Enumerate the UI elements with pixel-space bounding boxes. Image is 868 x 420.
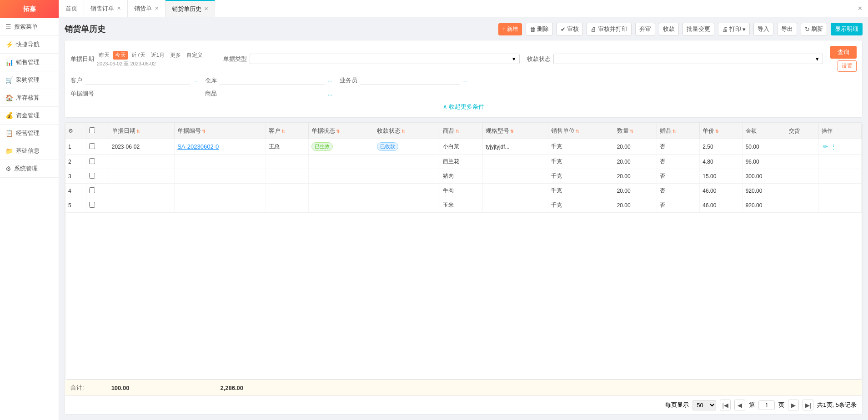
sidebar-item-basic-info[interactable]: 📁 基础信息 xyxy=(0,142,59,160)
customer-input[interactable] xyxy=(85,75,191,85)
close-sales-goods-icon[interactable]: ✕ xyxy=(155,5,159,11)
close-sales-order-icon[interactable]: ✕ xyxy=(117,5,121,11)
import-button[interactable]: 导入 xyxy=(753,23,773,35)
col-doc-no[interactable]: 单据编号⇅ xyxy=(175,123,266,139)
sidebar-item-inventory[interactable]: 🏠 库存核算 xyxy=(0,89,59,107)
export-button[interactable]: 导出 xyxy=(777,23,797,35)
col-qty[interactable]: 数量⇅ xyxy=(614,123,657,139)
customer-search-icon[interactable]: ... xyxy=(193,77,198,84)
date-tab-yesterday[interactable]: 昨天 xyxy=(97,51,111,60)
sidebar-item-label: 销售管理 xyxy=(16,58,40,66)
per-page-select[interactable]: 50 100 200 xyxy=(692,400,716,410)
collect-status-label: 收款状态 xyxy=(527,55,551,63)
row-select-checkbox[interactable] xyxy=(89,187,95,193)
print-button[interactable]: 🖨 打印 ▾ xyxy=(718,23,750,35)
more-action[interactable]: ⋮ xyxy=(831,143,837,150)
warehouse-search-icon[interactable]: ... xyxy=(328,77,332,84)
close-sales-history-icon[interactable]: ✕ xyxy=(204,6,208,12)
row-select-checkbox[interactable] xyxy=(89,202,95,208)
filter-date: 单据日期 昨天 今天 近7天 近1月 更多 自定义 2023-06-02 至 2… xyxy=(70,51,216,67)
sidebar-item-system-mgmt[interactable]: ⚙ 系统管理 xyxy=(0,160,59,178)
next-page-btn[interactable]: ▶ xyxy=(788,400,799,410)
doc-no-input[interactable] xyxy=(97,89,198,98)
query-button[interactable]: 查询 xyxy=(830,46,857,59)
row-collect-status xyxy=(374,155,440,169)
salesperson-input[interactable] xyxy=(360,75,460,85)
row-select-checkbox[interactable] xyxy=(89,158,95,164)
chevron-down-icon: ▾ xyxy=(743,26,746,33)
show-detail-button[interactable]: 显示明细 xyxy=(831,23,863,35)
col-settings[interactable]: ⚙ xyxy=(65,123,86,139)
select-all-checkbox[interactable] xyxy=(89,127,95,133)
row-goods: 玉米 xyxy=(440,198,482,213)
col-gift[interactable]: 赠品⇅ xyxy=(657,123,700,139)
row-checkbox[interactable] xyxy=(86,198,109,213)
tab-close-all[interactable]: ✕ xyxy=(852,5,868,12)
row-unit: 千克 xyxy=(548,169,614,184)
abandon-button[interactable]: 弃审 xyxy=(635,23,655,35)
batch-change-button[interactable]: 批量变更 xyxy=(682,23,714,35)
row-select-checkbox[interactable] xyxy=(89,173,95,179)
tab-sales-history[interactable]: 销货单历史 ✕ xyxy=(166,0,215,17)
first-page-btn[interactable]: |◀ xyxy=(720,400,731,410)
col-collect-status[interactable]: 收款状态⇅ xyxy=(374,123,440,139)
row-checkbox[interactable] xyxy=(86,184,109,198)
sidebar-item-operation-mgmt[interactable]: 📋 经营管理 xyxy=(0,125,59,142)
row-num: 1 xyxy=(65,139,86,155)
date-tab-1month[interactable]: 近1月 xyxy=(149,51,167,60)
row-unit-price: 15.00 xyxy=(700,169,743,184)
goods-input[interactable] xyxy=(220,89,325,98)
date-tab-custom[interactable]: 自定义 xyxy=(185,51,205,60)
row-checkbox[interactable] xyxy=(86,139,109,155)
settings-button[interactable]: 设置 xyxy=(838,60,857,72)
sidebar-item-purchase-mgmt[interactable]: 🛒 采购管理 xyxy=(0,71,59,89)
tab-home[interactable]: 首页 xyxy=(59,0,84,17)
date-tab-more[interactable]: 更多 xyxy=(168,51,183,60)
warehouse-input[interactable] xyxy=(220,75,325,85)
sidebar-item-sales-mgmt[interactable]: 📊 销售管理 xyxy=(0,54,59,71)
col-spec[interactable]: 规格型号⇅ xyxy=(482,123,548,139)
doc-type-select[interactable]: ▾ xyxy=(250,54,520,64)
col-goods[interactable]: 商品⇅ xyxy=(440,123,482,139)
page-label-after: 页 xyxy=(778,401,784,409)
salesperson-search-icon[interactable]: ... xyxy=(462,77,467,84)
last-page-btn[interactable]: ▶| xyxy=(803,400,813,410)
goods-search-icon[interactable]: ... xyxy=(328,90,332,97)
col-doc-status[interactable]: 单据状态⇅ xyxy=(308,123,374,139)
col-unit[interactable]: 销售单位⇅ xyxy=(548,123,614,139)
review-button[interactable]: ✔ 审核 xyxy=(557,23,583,35)
col-customer[interactable]: 客户⇅ xyxy=(266,123,308,139)
row-spec: tyjyjtyjdf... xyxy=(482,139,548,155)
row-checkbox[interactable] xyxy=(86,155,109,169)
collect-button[interactable]: 收款 xyxy=(659,23,679,35)
date-tab-today[interactable]: 今天 xyxy=(113,51,128,60)
edit-action[interactable]: ✏ xyxy=(823,143,828,150)
sidebar-item-label: 资金管理 xyxy=(16,111,40,120)
row-spec xyxy=(482,169,548,184)
collect-status-badge: 已收款 xyxy=(377,142,398,151)
row-goods: 牛肉 xyxy=(440,184,482,198)
row-checkbox[interactable] xyxy=(86,169,109,184)
sidebar-item-quick-nav[interactable]: ⚡ 快捷导航 xyxy=(0,36,59,54)
row-select-checkbox[interactable] xyxy=(89,143,95,149)
review-print-button[interactable]: 🖨 审核并打印 xyxy=(587,23,632,35)
sidebar-item-search-menu[interactable]: ☰ 搜索菜单 xyxy=(0,18,59,36)
col-transaction: 交货 xyxy=(786,123,818,139)
delete-button[interactable]: 🗑 删除 xyxy=(526,23,553,35)
col-doc-date[interactable]: 单据日期⇅ xyxy=(109,123,174,139)
collapse-row[interactable]: ∧ 收起更多条件 xyxy=(70,102,857,112)
date-tab-7days[interactable]: 近7天 xyxy=(130,51,147,60)
table-row: 2 西兰花 千克 20.00 否 4.80 96.00 xyxy=(65,155,862,169)
tab-sales-order[interactable]: 销售订单 ✕ xyxy=(84,0,128,17)
page-input[interactable] xyxy=(758,400,775,410)
doc-no-link[interactable]: SA-20230602-0 xyxy=(177,143,219,150)
new-button[interactable]: + 新增 xyxy=(498,23,522,35)
prev-page-btn[interactable]: ◀ xyxy=(734,400,745,410)
col-unit-price[interactable]: 单价⇅ xyxy=(700,123,743,139)
refresh-button[interactable]: ↻ 刷新 xyxy=(801,23,827,35)
tab-sales-goods[interactable]: 销货单 ✕ xyxy=(128,0,166,17)
collect-status-select[interactable]: ▾ xyxy=(553,54,823,64)
row-action xyxy=(818,155,861,169)
sidebar-item-finance-mgmt[interactable]: 💰 资金管理 xyxy=(0,107,59,125)
warehouse-label: 仓库 xyxy=(205,76,217,85)
